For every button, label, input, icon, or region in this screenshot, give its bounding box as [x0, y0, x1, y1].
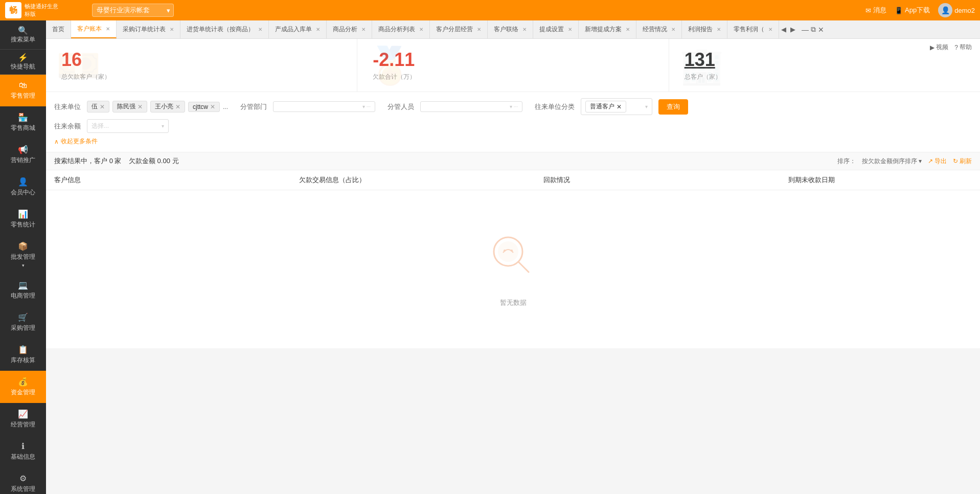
download-icon: 📱: [895, 7, 903, 14]
tab-close-profit[interactable]: ✕: [717, 27, 721, 32]
sidebar-item-operations[interactable]: 📈 经营管理: [0, 403, 46, 435]
sidebar-item-retail-stats[interactable]: 📊 零售统计: [0, 203, 46, 235]
unit-tag-wu: 伍 ✕: [87, 101, 109, 113]
stat-total-customers: 🏢 131 总客户（家）: [669, 39, 980, 92]
category-tag-close[interactable]: ✕: [617, 103, 622, 110]
tab-retail-profit[interactable]: 零售利润（ ✕: [727, 20, 779, 38]
tab-close-customer-segment[interactable]: ✕: [477, 27, 481, 32]
person-filter-input[interactable]: ▾ ···: [420, 101, 522, 112]
tab-close-inbound[interactable]: ✕: [258, 27, 262, 32]
tab-close-operations[interactable]: ✕: [671, 27, 675, 32]
tab-customer-contact[interactable]: 客户联络 ✕: [488, 20, 533, 38]
tab-restore-btn[interactable]: ⧉: [811, 25, 816, 34]
unit-tag-more-btn[interactable]: ...: [223, 103, 228, 110]
result-bar: 搜索结果中，客户 0 家 欠款金额 0.00 元 排序： 按欠款金额倒序排序 ▾: [46, 152, 980, 170]
unit-tag-chen-close[interactable]: ✕: [138, 103, 143, 110]
sidebar-quick-nav[interactable]: ⚡ 快捷导航: [0, 50, 46, 75]
tab-close-all-btn[interactable]: ✕: [818, 26, 824, 34]
category-tag: 普通客户 ✕: [585, 101, 626, 113]
message-btn[interactable]: ✉ 消息: [865, 6, 886, 15]
tab-scroll-right[interactable]: ▶: [788, 26, 797, 33]
inventory-icon: 📋: [18, 345, 28, 354]
unit-tag-wang-close[interactable]: ✕: [175, 103, 180, 110]
sidebar-item-basic-info[interactable]: ℹ 基础信息: [0, 435, 46, 467]
sidebar-item-ecommerce[interactable]: 💻 电商管理: [0, 274, 46, 306]
unit-filter-tags: 伍 ✕ 陈民强 ✕ 王小亮 ✕: [87, 101, 228, 113]
top-actions: ✉ 消息 📱 App下载 👤 demo2: [865, 3, 975, 17]
top-bar: 畅 畅捷通好生意标版 母婴行业演示帐套 ✉ 消息 📱 App下载 👤 demo2: [0, 0, 980, 20]
col-header-date: 到期未收款日期: [788, 175, 972, 185]
sidebar-item-retail-mall[interactable]: 🏪 零售商城: [0, 106, 46, 139]
query-button[interactable]: 查询: [658, 99, 688, 115]
logo-area: 畅 畅捷通好生意标版: [5, 2, 87, 18]
sidebar-item-retail-mgmt[interactable]: 🛍 零售管理: [0, 75, 46, 106]
app-download-btn[interactable]: 📱 App下载: [895, 6, 930, 15]
refresh-btn[interactable]: ↻ 刷新: [953, 157, 972, 166]
tab-customer-ledger[interactable]: 客户账本 ✕: [71, 20, 117, 38]
sidebar-item-inventory[interactable]: 📋 库存核算: [0, 339, 46, 371]
user-btn[interactable]: 👤 demo2: [938, 3, 975, 17]
svg-line-1: [518, 262, 529, 272]
unit-tag-wu-close[interactable]: ✕: [100, 103, 105, 110]
dept-filter-input[interactable]: ▾ ···: [273, 101, 375, 112]
retail-mall-icon: 🏪: [18, 113, 28, 122]
person-filter-label: 分管人员: [388, 102, 414, 111]
sidebar-item-member[interactable]: 👤 会员中心: [0, 171, 46, 203]
tab-customer-segment[interactable]: 客户分层经营 ✕: [430, 20, 488, 38]
tab-product-analysis[interactable]: 商品分析 ✕: [327, 20, 372, 38]
dept-filter-label: 分管部门: [240, 102, 267, 111]
sidebar-item-capital[interactable]: 💰 资金管理: [0, 371, 46, 403]
tab-product-analysis-list[interactable]: 商品分析列表 ✕: [372, 20, 430, 38]
tab-win-btns: — ⧉ ✕: [797, 25, 828, 34]
tab-purchase-order-stats[interactable]: 采购订单统计表 ✕: [117, 20, 180, 38]
sidebar-item-marketing[interactable]: 📢 营销推广: [0, 139, 46, 171]
tab-close-retail-profit[interactable]: ✕: [768, 27, 772, 32]
tab-close-new-tip[interactable]: ✕: [626, 27, 630, 32]
sidebar-item-sys-mgmt[interactable]: ⚙ 系统管理: [0, 467, 46, 494]
collapse-button[interactable]: ∧ 收起更多条件: [54, 137, 972, 146]
ecommerce-icon: 💻: [18, 280, 28, 290]
stats-header: ▶ 视频 ? 帮助 💴 16 总欠款客户（家）: [46, 39, 980, 92]
sidebar-item-purchase[interactable]: 🛒 采购管理: [0, 306, 46, 339]
tab-tip-settings[interactable]: 提成设置 ✕: [533, 20, 579, 38]
export-btn[interactable]: ↗ 导出: [928, 157, 947, 166]
empty-state-icon: [488, 231, 539, 292]
unit-tag-wang: 王小亮 ✕: [150, 101, 185, 113]
tab-profit-report[interactable]: 利润报告 ✕: [682, 20, 727, 38]
svg-point-4: [511, 250, 513, 252]
sort-select[interactable]: 按欠款金额倒序排序 ▾: [862, 157, 922, 166]
retail-mgmt-icon: 🛍: [19, 81, 27, 90]
balance-expand-icon: ▾: [162, 123, 164, 129]
tab-minimize-btn[interactable]: —: [802, 26, 809, 34]
sidebar-search[interactable]: 🔍 搜索菜单: [0, 20, 46, 50]
sidebar-item-batch-mgmt[interactable]: 📦 批发管理 ▾: [0, 235, 46, 274]
retail-stats-icon: 📊: [18, 209, 28, 219]
category-filter-input[interactable]: 普通客户 ✕ ▾: [581, 98, 652, 115]
tab-close-customer-ledger[interactable]: ✕: [106, 26, 110, 32]
tab-new-tip-scheme[interactable]: 新增提成方案 ✕: [579, 20, 636, 38]
tab-production-inbound[interactable]: 产成品入库单 ✕: [269, 20, 327, 38]
enterprise-selector[interactable]: 母婴行业演示帐套: [92, 4, 174, 17]
tab-close-production[interactable]: ✕: [316, 27, 320, 32]
tab-close-product-analysis-list[interactable]: ✕: [419, 27, 423, 32]
tab-operations-status[interactable]: 经营情况 ✕: [636, 20, 682, 38]
unit-tag-cjttcw-close[interactable]: ✕: [210, 103, 215, 110]
member-icon: 👤: [18, 177, 28, 187]
tab-close-customer-contact[interactable]: ✕: [522, 27, 527, 32]
tab-close-tip-settings[interactable]: ✕: [568, 27, 572, 32]
filter-row-1: 往来单位 伍 ✕ 陈民强 ✕ 王小亮: [54, 98, 972, 115]
message-icon: ✉: [865, 7, 871, 14]
tab-inbound-stats[interactable]: 进货单统计表（按商品） ✕: [180, 20, 269, 38]
balance-filter-input[interactable]: 选择... ▾: [87, 119, 169, 133]
tab-close-purchase-order[interactable]: ✕: [170, 27, 174, 32]
tab-bar: 首页 客户账本 ✕ 采购订单统计表 ✕ 进货单统计表（按商品） ✕ 产成品入库单…: [46, 20, 980, 39]
tab-close-product-analysis[interactable]: ✕: [361, 27, 366, 32]
stat-overdue-customers: 💴 16 总欠款客户（家）: [46, 39, 357, 92]
tab-home[interactable]: 首页: [46, 20, 71, 38]
category-expand-icon: ▾: [645, 104, 648, 109]
tab-scroll-left[interactable]: ◀: [779, 26, 788, 33]
stat-bg-coin-icon: 💴: [56, 46, 101, 85]
export-icon: ↗: [928, 158, 933, 165]
result-actions: 排序： 按欠款金额倒序排序 ▾ ↗ 导出 ↻ 刷新: [837, 157, 972, 166]
page-content: ▶ 视频 ? 帮助 💴 16 总欠款客户（家）: [46, 39, 980, 494]
